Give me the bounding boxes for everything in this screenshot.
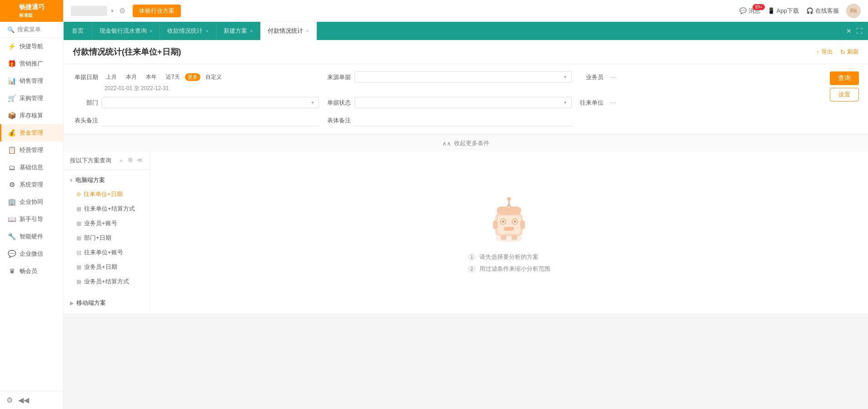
source-label: 来源单据	[325, 73, 351, 81]
date-btn-this-year[interactable]: 本年	[142, 71, 161, 83]
sidebar-label: 智能硬件	[20, 232, 43, 241]
sidebar-label: 销售管理	[20, 77, 43, 85]
user-dropdown-icon[interactable]: ▾	[111, 8, 114, 14]
date-btn-custom[interactable]: 自定义	[201, 71, 226, 83]
sidebar-item-system[interactable]: ⚙ 系统管理	[0, 176, 63, 193]
pc-scheme-title[interactable]: ▾ 电脑端方案	[64, 173, 150, 187]
online-service-btn[interactable]: 🎧 在线客服	[806, 7, 839, 15]
page-header: 付款情况统计(往来单位+日期) ↑ 导出 ↻ 刷新	[64, 40, 868, 64]
search-menu[interactable]: 🔍 搜索菜单	[0, 22, 63, 38]
settings-icon[interactable]: ⚙	[119, 6, 125, 15]
scheme-table-icon: ▤	[76, 249, 81, 256]
sidebar-label: 采购管理	[20, 94, 43, 102]
empty-hint-2: 2 用过滤条件来缩小分析范围	[468, 265, 550, 273]
sidebar-item-enterprise[interactable]: 🏢 企业协同	[0, 193, 63, 211]
scheme-item-salesperson-account[interactable]: ▦ 业务员+账号	[64, 216, 150, 231]
collapse-scheme-icon[interactable]: ≪	[137, 157, 143, 165]
mobile-scheme-title[interactable]: ▶ 移动端方案	[64, 296, 150, 310]
counterparty-dots[interactable]: ···	[610, 99, 616, 107]
collapse-sidebar-icon[interactable]: ◀◀	[18, 396, 29, 404]
source-select[interactable]: ▾	[354, 71, 572, 83]
salesperson-dots[interactable]: ···	[610, 73, 616, 81]
sidebar-item-basic[interactable]: 🗂 基础信息	[0, 159, 63, 176]
user-selector[interactable]	[71, 6, 107, 16]
header-note-input[interactable]	[102, 115, 319, 126]
scheme-item-salesperson-date[interactable]: ▦ 业务员+日期	[64, 260, 150, 274]
refresh-label: 刷新	[847, 48, 859, 56]
tab-receipt-close-icon[interactable]: ×	[205, 28, 208, 34]
scheme-item-salesperson-settle[interactable]: ▦ 业务员+结算方式	[64, 274, 150, 289]
query-btn[interactable]: 查询	[830, 71, 859, 85]
dept-select[interactable]: ▾	[102, 97, 319, 108]
scheme-item-counterparty-account[interactable]: ▤ 往来单位+账号	[64, 245, 150, 260]
system-icon: ⚙	[8, 181, 16, 189]
tabbar-actions: ✕ ⛶	[841, 22, 868, 40]
scheme-item-dept-date[interactable]: ▦ 部门+日期	[64, 231, 150, 245]
sidebar-label: 畅会员	[20, 267, 37, 275]
sidebar-item-weixin[interactable]: 💬 企业微信	[0, 245, 63, 263]
hint-num-2: 2	[468, 265, 476, 273]
body-note-input[interactable]	[354, 115, 572, 126]
sidebar-label: 基础信息	[20, 163, 43, 172]
export-btn[interactable]: ↑ 导出	[817, 48, 833, 56]
settings-btn[interactable]: 设置	[830, 88, 859, 101]
main-body: 按以下方案查询 ＋ ⚙ ≪ ▾ 电脑端方案	[64, 152, 868, 313]
trial-btn[interactable]: 体验行业方案	[133, 5, 181, 17]
sidebar-item-purchase[interactable]: 🛒 采购管理	[0, 90, 63, 107]
collapse-bar[interactable]: ∧∧ 收起更多条件	[64, 134, 868, 152]
messages-btn[interactable]: 💬 消息 99+	[739, 7, 760, 15]
sidebar-menu: ⚡ 快捷导航 🎁 营销推广 📊 销售管理 🛒 采购管理 📦 库存核算 💰 资金管…	[0, 38, 63, 391]
scheme-item-counterparty-date[interactable]: ⊙ 往来单位+日期	[64, 187, 150, 202]
doc-status-label: 单据状态	[325, 99, 351, 107]
pc-section-arrow: ▾	[70, 177, 73, 183]
sidebar-item-marketing[interactable]: 🎁 营销推广	[0, 55, 63, 72]
scheme-item-counterparty-settle[interactable]: ▦ 往来单位+结算方式	[64, 202, 150, 216]
date-btn-this-month[interactable]: 本月	[122, 71, 141, 83]
doc-status-select[interactable]: ▾	[354, 97, 572, 108]
tab-new-scheme-close-icon[interactable]: ×	[250, 28, 253, 34]
sidebar-item-quick-nav[interactable]: ⚡ 快捷导航	[0, 38, 63, 55]
search-icon: 🔍	[7, 26, 15, 33]
tab-payment[interactable]: 付款情况统计 ×	[260, 22, 316, 40]
maximize-icon[interactable]: ⛶	[856, 27, 863, 35]
sidebar-item-guide[interactable]: 📖 新手引导	[0, 211, 63, 228]
svg-rect-7	[504, 227, 514, 231]
close-all-tabs-icon[interactable]: ✕	[846, 27, 852, 35]
sidebar-item-vip[interactable]: ♛ 畅会员	[0, 263, 63, 280]
weixin-icon: 💬	[8, 250, 16, 258]
date-btn-7days[interactable]: 近7天	[162, 71, 184, 83]
source-arrow: ▾	[564, 74, 567, 80]
sidebar-item-sales[interactable]: 📊 销售管理	[0, 72, 63, 90]
date-filter-label: 单据日期	[73, 73, 98, 81]
settings-scheme-icon[interactable]: ⚙	[128, 157, 133, 165]
date-more-tag[interactable]: 更多	[185, 73, 200, 81]
messages-badge: 99+	[753, 4, 765, 10]
add-scheme-icon[interactable]: ＋	[118, 157, 124, 165]
scheme-grid-icon3: ▦	[76, 235, 81, 241]
logo-text: 畅捷通巧	[19, 3, 45, 11]
sidebar-item-hardware[interactable]: 🔧 智能硬件	[0, 228, 63, 245]
tab-payment-label: 付款情况统计	[268, 27, 303, 35]
app-download-btn[interactable]: 📱 App下载	[768, 7, 799, 15]
tab-payment-close-icon[interactable]: ×	[306, 28, 309, 34]
empty-state: 1 请先选择要分析的方案 2 用过滤条件来缩小分析范围	[150, 152, 868, 313]
topbar-right: 💬 消息 99+ 📱 App下载 🎧 在线客服 Rit	[739, 4, 861, 18]
chevron-up-icon: ∧∧	[442, 140, 451, 147]
sidebar-item-inventory[interactable]: 📦 库存核算	[0, 107, 63, 124]
settings-footer-icon[interactable]: ⚙	[6, 396, 13, 404]
tab-home[interactable]: 首页	[64, 22, 92, 40]
sidebar-item-fund[interactable]: 💰 资金管理	[0, 124, 63, 141]
tab-bank[interactable]: 现金银行流水查询 ×	[92, 22, 160, 40]
scheme-panel-icons: ＋ ⚙ ≪	[118, 157, 143, 165]
salesperson-label: 业务员	[578, 73, 604, 81]
sidebar-item-operation[interactable]: 📋 经营管理	[0, 141, 63, 159]
tab-new-scheme[interactable]: 新建方案 ×	[216, 22, 260, 40]
empty-hint-1: 1 请先选择要分析的方案	[468, 253, 550, 261]
tab-receipt[interactable]: 收款情况统计 ×	[160, 22, 216, 40]
user-avatar[interactable]: Rit	[846, 4, 861, 18]
tab-bank-close-icon[interactable]: ×	[150, 28, 152, 34]
sidebar-label: 快捷导航	[20, 42, 43, 50]
scheme-grid-icon2: ▦	[76, 220, 81, 227]
date-btn-last-month[interactable]: 上月	[102, 71, 121, 83]
refresh-btn[interactable]: ↻ 刷新	[840, 48, 859, 56]
